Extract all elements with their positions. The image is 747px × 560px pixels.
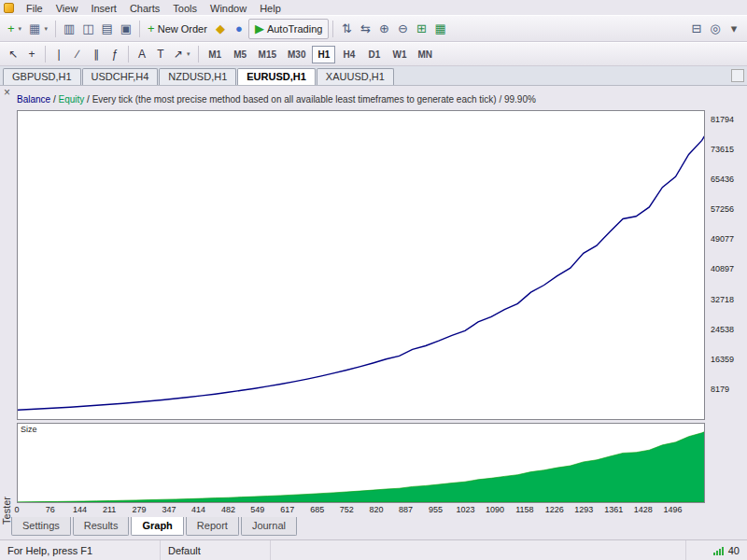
toolbar-separator [45, 46, 46, 63]
tester-tab[interactable]: Report [186, 517, 239, 536]
zoom-out-button[interactable]: ⊖ [393, 19, 412, 39]
navigator-button[interactable]: ▤ [98, 19, 117, 39]
find-symbol-button[interactable]: ◎ [706, 19, 725, 39]
timeframe-button[interactable]: H4 [337, 46, 360, 63]
chart-tab[interactable]: XAUUSD,H1 [317, 68, 394, 85]
x-axis-label: 482 [221, 505, 235, 514]
connection-bars-icon [713, 546, 724, 555]
toolbar-separator [332, 21, 333, 37]
strategy-tester-button[interactable]: ⊞ [412, 19, 430, 39]
chart-grid-button[interactable]: ▦ [430, 19, 449, 39]
x-axis-label: 1496 [664, 505, 683, 514]
timeframe-button[interactable]: H1 [312, 46, 335, 63]
menu-item[interactable]: Tools [166, 3, 204, 14]
timeframe-button[interactable]: D1 [362, 46, 386, 63]
status-bar: For Help, press F1 Default 40 [0, 539, 747, 560]
tester-close-button[interactable]: × [4, 87, 10, 98]
timeframe-button[interactable]: W1 [388, 46, 411, 63]
tester-tab[interactable]: Graph [131, 517, 183, 536]
toolbar-button-icon: ▤ [102, 22, 113, 35]
toolbar-button-icon: ⊖ [398, 22, 408, 35]
data-window-button[interactable]: ◫ [78, 19, 97, 39]
tool-button-icon: ∥ [93, 49, 99, 60]
profiles-button[interactable]: ▦ ▾ [25, 19, 51, 39]
tester-tab[interactable]: Journal [241, 517, 297, 536]
x-axis-label: 144 [73, 505, 87, 514]
tool-button-icon: + [28, 49, 35, 60]
text-label-button[interactable]: T [151, 45, 170, 63]
menu-item[interactable]: Insert [84, 3, 123, 14]
toolbar-tools-row: ↖ + | ∕ ∥ ƒ A [0, 42, 747, 66]
text-button[interactable]: A [133, 45, 151, 63]
timeframe-button[interactable]: M30 [283, 46, 310, 63]
menu-item[interactable]: Help [253, 3, 288, 14]
chart-tab[interactable]: USDCHF,H4 [82, 68, 159, 85]
chart-tab[interactable]: EURUSD,H1 [237, 68, 316, 85]
tester-tab[interactable]: Settings [11, 517, 71, 536]
x-axis-label: 211 [103, 505, 116, 514]
app-icon [4, 3, 14, 13]
tabstrip-scroll-button[interactable] [731, 69, 744, 82]
cursor-button[interactable]: ↖ [4, 45, 22, 63]
terminal-button[interactable]: ▣ [117, 19, 135, 39]
metaeditor-button[interactable]: ◆ [211, 19, 230, 39]
chart-tab[interactable]: NZDUSD,H1 [159, 68, 236, 85]
toolbar-options-button[interactable]: ▾ [725, 19, 743, 39]
y-axis-label: 8179 [711, 385, 729, 394]
menu-item[interactable]: Charts [123, 3, 166, 14]
tester-tab[interactable]: Results [73, 517, 130, 536]
tile-windows-horizontal-button[interactable]: ⇆ [356, 19, 374, 39]
x-axis-label: 955 [429, 505, 443, 514]
timeframe-button[interactable]: M15 [254, 46, 281, 63]
toolbar-separator [55, 21, 56, 37]
toolbar-button-icon: ◫ [82, 22, 93, 35]
autotrading-button[interactable]: ▶ AutoTrading [248, 19, 330, 39]
expert-advisors-button[interactable]: ● [230, 19, 248, 39]
equity-chart [17, 110, 705, 420]
zoom-in-button[interactable]: ⊕ [374, 19, 393, 39]
toolbar-button-icon: ▦ [29, 22, 40, 35]
menu-item[interactable]: View [49, 3, 85, 14]
trendline-button[interactable]: ∕ [68, 45, 87, 63]
timeframe-button[interactable]: M1 [204, 46, 227, 63]
tool-button-icon: ∕ [77, 49, 78, 60]
x-axis-label: 1361 [604, 505, 623, 514]
toolbar-button-icon: + [7, 22, 15, 35]
dropdown-caret-icon: ▾ [19, 25, 22, 33]
new-chart-button[interactable]: + ▾ [4, 19, 25, 39]
graph-legend: Balance / Equity / Every tick (the most … [17, 94, 536, 105]
tool-button-icon: ƒ [112, 49, 119, 60]
x-axis-label: 1023 [456, 505, 474, 514]
chart-tab[interactable]: GBPUSD,H1 [3, 68, 81, 85]
toolbar-button-icon: ◆ [216, 22, 225, 35]
timeframe-button[interactable]: M5 [229, 46, 252, 63]
dropdown-caret-icon: ▾ [44, 25, 48, 33]
toolbar-button-icon: ● [235, 22, 243, 35]
toolbar-button-icon: ▶ [255, 22, 264, 35]
status-spacer [271, 540, 685, 560]
arrange-charts-button[interactable]: ⊟ [687, 19, 706, 39]
y-axis-label: 32718 [711, 295, 734, 304]
x-axis-label: 279 [132, 505, 146, 514]
arrow-tools-button[interactable]: ↗ ▾ [170, 45, 194, 63]
x-axis-label: 0 [14, 505, 19, 514]
toolbar-main: + ▾ ▦ ▾ ▥ ◫ ▤ ▣ [0, 15, 747, 42]
y-axis-label: 81794 [711, 115, 734, 124]
drawing-tools-group: ↖ + | ∕ ∥ ƒ A [4, 43, 203, 65]
crosshair-button[interactable]: + [22, 45, 41, 63]
toolbar-button-icon: + [148, 22, 155, 35]
toolbar-button-icon: ▦ [434, 22, 445, 35]
new-order-button[interactable]: + New Order [144, 19, 211, 39]
timeframe-button[interactable]: MN [413, 46, 437, 63]
vertical-line-button[interactable]: | [49, 45, 68, 63]
size-chart-svg [18, 424, 704, 502]
market-watch-button[interactable]: ▥ [60, 19, 78, 39]
fibonacci-button[interactable]: ƒ [106, 45, 124, 63]
menu-item[interactable]: File [20, 3, 49, 14]
tile-windows-vertical-button[interactable]: ⇅ [337, 19, 356, 39]
menu: FileViewInsertChartsToolsWindowHelp [20, 3, 288, 14]
y-axis-label: 40897 [711, 264, 734, 273]
menu-item[interactable]: Window [204, 3, 253, 14]
toolbar-button-icon: ⊕ [379, 22, 389, 35]
equidistant-channel-button[interactable]: ∥ [87, 45, 106, 63]
